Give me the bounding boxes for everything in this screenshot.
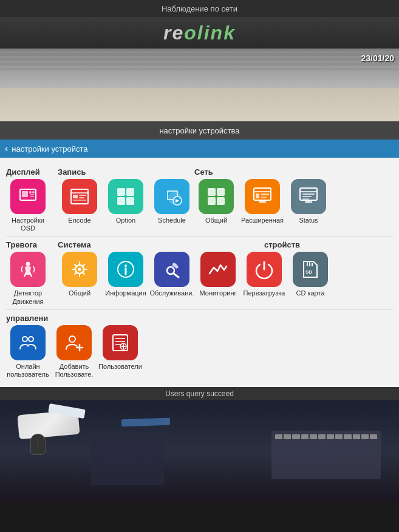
svg-rect-22 [217, 197, 225, 205]
monitor-icon-bg [200, 252, 236, 287]
status-bar: Users query succeed [0, 387, 399, 400]
svg-rect-11 [73, 200, 86, 201]
camera-bottom-bg [0, 400, 399, 502]
top-bar-title: Наблюдение по сети [162, 4, 237, 13]
encode-icon-bg [62, 179, 97, 214]
key [344, 434, 351, 439]
menu-item-service[interactable]: Обслуживани. [150, 252, 194, 297]
menu-item-advanced[interactable]: Расширенная [240, 179, 284, 224]
section-record: Запись [58, 167, 194, 224]
svg-rect-10 [79, 197, 84, 198]
service-icon [162, 259, 182, 280]
info-icon [115, 259, 136, 280]
motion-label: ДетекторДвижения [12, 289, 43, 305]
menu-item-online-users[interactable]: Онлайнпользователь [6, 325, 50, 379]
svg-rect-8 [73, 195, 78, 198]
option-icon-bg [108, 179, 143, 214]
section-row-3: управлени Онлайнпользователь [6, 310, 393, 382]
section-display: Дисплей [6, 167, 58, 232]
settings-header: настройки устройства [0, 121, 399, 140]
advanced-icon [252, 186, 273, 207]
key [335, 434, 343, 439]
menu-item-schedule[interactable]: Schedule [150, 179, 194, 224]
logo-re: re [163, 22, 184, 44]
menu-item-sys-general[interactable]: Общий [58, 252, 101, 297]
menu-item-sdcard[interactable]: SD CD карта [288, 252, 332, 297]
sys-general-label: Общий [69, 289, 90, 297]
menu-item-users[interactable]: Пользователи [98, 325, 142, 379]
osd-label: НастройкиOSD [12, 217, 44, 232]
keyboard [271, 431, 381, 479]
info-label: Информация [105, 289, 146, 297]
curtain-detail [0, 49, 399, 73]
motion-icon [18, 259, 38, 280]
management-label: управлени [6, 314, 142, 323]
network-label: Сеть [194, 167, 330, 177]
svg-rect-15 [126, 197, 134, 205]
alarm-label: Тревога [6, 240, 58, 249]
monitor-icon [208, 259, 228, 280]
menu-item-general[interactable]: Общий [194, 179, 238, 224]
nav-bar: ‹ настройки устройста [0, 140, 399, 158]
option-icon [115, 186, 136, 207]
menu-item-add-user[interactable]: ДобавитьПользовате. [52, 325, 96, 379]
record-label: Запись [58, 167, 194, 177]
svg-rect-20 [217, 188, 225, 196]
advanced-icon-bg [245, 179, 280, 214]
back-button[interactable]: ‹ [5, 143, 8, 154]
section-row-1: Дисплей [6, 164, 393, 237]
menu-item-osd[interactable]: НастройкиOSD [6, 179, 50, 232]
schedule-label: Schedule [158, 217, 186, 224]
menu-item-status[interactable]: Status [287, 179, 330, 224]
monitor-label: Мониторинг [199, 289, 236, 297]
record-items: Encode [58, 179, 194, 224]
advanced-label: Расширенная [241, 217, 284, 224]
svg-point-53 [29, 337, 33, 342]
svg-point-43 [124, 264, 127, 267]
system-items: Общий Информация [58, 252, 332, 297]
sys-general-icon [69, 259, 90, 280]
svg-point-52 [22, 337, 27, 342]
sdcard-label: CD карта [296, 289, 324, 297]
timestamp: 23/01/20 [361, 53, 395, 63]
menu-item-reboot[interactable]: Перезагрузка [242, 252, 286, 297]
menu-item-info[interactable]: Информация [104, 252, 148, 297]
info-icon-bg [108, 252, 143, 287]
svg-rect-21 [208, 197, 216, 205]
key [292, 434, 299, 439]
svg-line-38 [24, 272, 26, 277]
menu-item-option[interactable]: Option [104, 179, 148, 224]
menu-item-motion[interactable]: ДетекторДвижения [6, 252, 50, 305]
logo-bar: reolink [0, 17, 399, 49]
section-row-2: Тревога [6, 237, 393, 309]
section-management: управлени Онлайнпользователь [6, 314, 142, 379]
svg-line-46 [174, 274, 179, 277]
add-user-icon-bg [56, 325, 92, 360]
alarm-items: ДетекторДвижения [6, 252, 58, 305]
system-label: Система [58, 240, 106, 249]
svg-rect-25 [256, 194, 259, 198]
device-label: стройств [264, 240, 313, 249]
floor [0, 88, 399, 121]
key [370, 434, 377, 439]
general-icon [206, 186, 227, 207]
osd-icon [18, 184, 38, 209]
svg-point-2 [29, 191, 32, 194]
section-network: Сеть Общи [194, 167, 330, 224]
sdcard-icon-bg: SD [293, 252, 328, 287]
svg-rect-34 [302, 198, 309, 200]
menu-item-encode[interactable]: Encode [58, 179, 101, 224]
online-users-icon-bg [10, 325, 46, 360]
section-alarm: Тревога [6, 240, 58, 305]
settings-panel: ‹ настройки устройста Дисплей [0, 140, 399, 387]
add-user-label: ДобавитьПользовате. [55, 363, 94, 379]
svg-rect-9 [79, 195, 86, 196]
svg-rect-19 [208, 188, 216, 196]
add-user-icon [64, 332, 84, 353]
svg-point-3 [32, 191, 35, 194]
svg-rect-13 [126, 188, 134, 196]
general-icon-bg [199, 179, 234, 214]
menu-item-monitor[interactable]: Мониторинг [196, 252, 240, 297]
key [275, 434, 282, 439]
svg-rect-14 [117, 197, 125, 205]
